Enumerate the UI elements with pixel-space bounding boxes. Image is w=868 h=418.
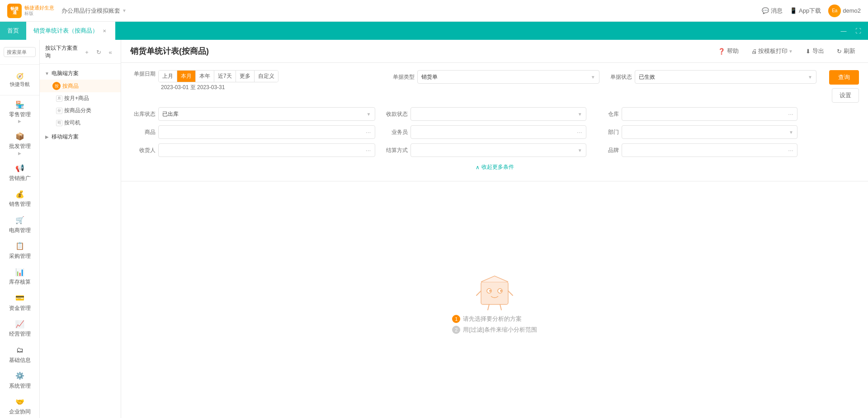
date-tab-7days[interactable]: 近7天: [214, 71, 236, 82]
user-avatar: Ea: [828, 5, 841, 17]
header-right: 💬 消息 📱 App下载 Ea demo2: [762, 5, 861, 17]
query-btn[interactable]: 查询: [829, 70, 859, 85]
minimize-icon[interactable]: —: [837, 24, 850, 37]
tab-close-icon[interactable]: ✕: [101, 27, 108, 34]
ecommerce-icon: 🛒: [14, 215, 25, 226]
print-chevron-icon: ▼: [788, 49, 793, 54]
svg-line-7: [488, 304, 489, 310]
user-avatar-btn[interactable]: Ea demo2: [828, 5, 861, 17]
app-download-btn[interactable]: 📱 App下载: [790, 7, 821, 15]
date-tab-last-month[interactable]: 上月: [159, 71, 177, 82]
quicknav-icon: 🧭: [16, 73, 24, 80]
date-tab-custom[interactable]: 自定义: [255, 71, 278, 82]
add-scheme-btn[interactable]: +: [82, 47, 92, 57]
main-layout: 🧭 快捷导航 🏪 零售管理 ▶ 📦 批发管理 ▶ 📢 营销推广 💰 销售管理 🛒…: [0, 40, 868, 418]
product-control[interactable]: ···: [158, 125, 375, 139]
print-btn[interactable]: 🖨 按模板打印 ▼: [748, 45, 797, 57]
sidebar-item-procurement[interactable]: 📋 采购管理: [0, 237, 39, 263]
enterprise-icon: 🤝: [14, 396, 25, 407]
search-input[interactable]: [4, 47, 36, 57]
brand-control[interactable]: ···: [622, 143, 797, 157]
sidebar-item-base[interactable]: 🗂 基础信息: [0, 341, 39, 367]
sidebar-item-finance[interactable]: 💳 资金管理: [0, 289, 39, 315]
sidebar-item-quicknav[interactable]: 🧭 快捷导航: [0, 68, 39, 91]
sidebar-item-wholesale[interactable]: 📦 批发管理 ▶: [0, 127, 39, 159]
scheme-icon-month: 月: [56, 95, 62, 102]
out-status-control[interactable]: 已出库 ▼: [158, 107, 375, 121]
sidebar-item-enterprise[interactable]: 🤝 企业协同: [0, 393, 39, 418]
brand-dots-icon: ···: [788, 147, 793, 154]
warehouse-label: 仓库: [594, 110, 619, 118]
sidebar-item-marketing[interactable]: 📢 营销推广: [0, 159, 39, 185]
scheme-icon-cashier: 司: [56, 120, 62, 126]
sidebar-item-system[interactable]: ⚙️ 系统管理: [0, 367, 39, 393]
date-tab-this-month[interactable]: 本月: [177, 71, 196, 82]
salesperson-control[interactable]: ···: [410, 125, 586, 139]
settings-btn[interactable]: 设置: [832, 88, 859, 103]
message-btn[interactable]: 💬 消息: [762, 7, 783, 15]
doc-status-control[interactable]: 已生效 ▼: [635, 70, 816, 84]
refresh-scheme-btn[interactable]: ↻: [94, 47, 104, 57]
sidebar-search: [0, 43, 39, 61]
marketing-icon: 📢: [14, 163, 25, 174]
refresh-btn[interactable]: ↻ 刷新: [833, 45, 859, 57]
receipt-status-control[interactable]: ▼: [410, 107, 586, 121]
content-area: 销货单统计表(按商品) ❓ 帮助 🖨 按模板打印 ▼ ⬇ 导出: [121, 40, 868, 418]
scheme-icon-category: 分: [56, 108, 62, 114]
tree-item-by-cashier[interactable]: 司 按司机: [40, 117, 121, 129]
doc-type-arrow-icon: ▼: [591, 75, 595, 80]
doc-status-arrow-icon: ▼: [808, 75, 812, 80]
department-control[interactable]: ▼: [622, 125, 797, 139]
sales-icon: 💰: [14, 189, 25, 200]
collapse-up-icon: ∧: [476, 164, 480, 171]
tree-item-by-month-product[interactable]: 月 按月+商品: [40, 92, 121, 104]
workspace-selector[interactable]: 办公用品行业模拟账套 ▼: [58, 5, 130, 17]
tab-home[interactable]: 首页: [0, 22, 26, 40]
inventory-icon: 📊: [14, 266, 25, 277]
date-tab-this-year[interactable]: 本年: [196, 71, 214, 82]
consignee-dots-icon: ···: [366, 147, 371, 154]
doc-type-label: 单据类型: [389, 73, 415, 81]
sidebar-item-sales[interactable]: 💰 销售管理: [0, 185, 39, 211]
payment-control[interactable]: ▼: [410, 143, 586, 157]
page-title: 销货单统计表(按商品): [130, 46, 209, 57]
wholesale-icon: 📦: [14, 131, 25, 142]
doc-status-value: 已生效: [639, 73, 806, 81]
sidebar-item-inventory[interactable]: 📊 库存核算: [0, 263, 39, 289]
tree-item-by-product[interactable]: 按 按商品: [40, 80, 121, 92]
tree-mobile-group: ▶ 移动端方案: [40, 131, 121, 143]
svg-line-5: [476, 291, 481, 295]
doc-type-control[interactable]: 销货单 ▼: [417, 70, 599, 84]
message-icon: 💬: [762, 7, 769, 14]
wholesale-arrow-icon: ▶: [18, 151, 21, 156]
date-tab-more[interactable]: 更多: [236, 71, 255, 82]
warehouse-dots-icon: ···: [788, 110, 793, 118]
logo-area: 畅捷通 畅捷通好生意 标版: [7, 4, 54, 18]
warehouse-control[interactable]: ···: [622, 107, 797, 121]
collapse-panel-btn[interactable]: «: [105, 47, 115, 57]
sidebar-item-ecommerce[interactable]: 🛒 电商管理: [0, 211, 39, 237]
page-actions: ❓ 帮助 🖨 按模板打印 ▼ ⬇ 导出 ↻ 刷新: [714, 45, 859, 57]
consignee-label: 收货人: [130, 147, 156, 154]
maximize-icon[interactable]: ⛶: [852, 24, 864, 37]
sales-stats-tab-label: 销货单统计表（按商品）: [33, 27, 98, 35]
tree-mobile-header[interactable]: ▶ 移动端方案: [40, 131, 121, 143]
home-tab-label: 首页: [7, 27, 19, 35]
base-icon: 🗂: [14, 345, 25, 356]
export-btn[interactable]: ⬇ 导出: [802, 45, 828, 57]
collapse-filter-btn[interactable]: ∧ 收起更多条件: [476, 163, 514, 171]
print-icon: 🖨: [751, 48, 757, 55]
tab-sales-stats[interactable]: 销货单统计表（按商品） ✕: [26, 22, 115, 40]
finance-icon: 💳: [14, 293, 25, 304]
sidebar-item-operations[interactable]: 📈 经营管理: [0, 315, 39, 341]
app-logo: 畅捷通: [7, 4, 22, 18]
header-left: 畅捷通 畅捷通好生意 标版 办公用品行业模拟账套 ▼: [7, 4, 130, 18]
sidebar-item-retail[interactable]: 🏪 零售管理 ▶: [0, 95, 39, 127]
tree-expand-icon: ▼: [44, 71, 50, 76]
consignee-control[interactable]: ···: [158, 143, 375, 157]
help-btn[interactable]: ❓ 帮助: [714, 45, 742, 57]
tree-desktop-header[interactable]: ▼ 电脑端方案: [40, 67, 121, 80]
date-range-text: 2023-03-01 至 2023-03-31: [161, 84, 278, 91]
sidebar-search-section: [0, 40, 39, 65]
tree-item-by-category[interactable]: 分 按商品分类: [40, 104, 121, 117]
